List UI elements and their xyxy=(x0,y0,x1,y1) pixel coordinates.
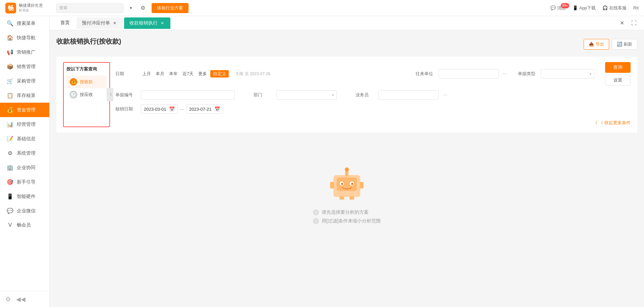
filter-panel: 按以下方案查询 💰 按收款 🕐 按应收 《 日期 xyxy=(56,57,637,133)
sidebar-item-inventory[interactable]: 📋 库存核算 xyxy=(0,88,49,103)
sidebar-item-label: 基础信息 xyxy=(17,136,36,142)
export-button[interactable]: 📤 导出 xyxy=(584,39,609,50)
date-shortcut-this-year[interactable]: 本年 xyxy=(168,70,179,78)
tab-collection-close-icon[interactable]: ✕ xyxy=(160,20,165,26)
dept-field: 部门 ▾ xyxy=(254,90,337,100)
date-range-separator: — xyxy=(180,107,184,112)
tab-home[interactable]: 首页 xyxy=(55,17,75,29)
sidebar-item-sales[interactable]: 📦 销售管理 xyxy=(0,59,49,74)
sidebar-item-system[interactable]: ⚙ 系统管理 xyxy=(0,146,49,160)
sidebar-item-search-menu[interactable]: 🔍 搜索菜单 xyxy=(0,16,49,31)
doc-type-field: 单据类型 ▾ xyxy=(518,69,594,79)
query-by-receipt-label: 按收款 xyxy=(80,79,93,85)
query-by-receivable[interactable]: 🕐 按应收 xyxy=(66,88,107,101)
verify-date-start-cal-icon[interactable]: 📅 xyxy=(169,106,175,112)
date-shortcut-more[interactable]: 更多 xyxy=(197,70,208,78)
settings-gear-icon[interactable]: ⚙ xyxy=(138,3,148,13)
app-download-icon: 📱 xyxy=(573,5,578,10)
empty-state: 1 请先选择要分析的方案 2 用[过滤]条件来缩小分析范围 xyxy=(56,137,637,251)
date-label: 日期 xyxy=(115,71,136,77)
sidebar-item-quick-nav[interactable]: 🏠 快捷导航 xyxy=(0,31,49,45)
sidebar-item-hardware[interactable]: 📱 智能硬件 xyxy=(0,189,49,204)
verify-date-end-cal-icon[interactable]: 📅 xyxy=(214,106,220,112)
dept-select[interactable]: ▾ xyxy=(276,90,337,100)
date-shortcut-last-month[interactable]: 上月 xyxy=(141,70,152,78)
query-action-buttons: 查询 设置 xyxy=(605,62,631,86)
main-content: 首页 预付冲应付单 ✕ 收款核销执行 ✕ ✕ ⛶ 收款核销执行(按收款) 📤 导… xyxy=(50,16,644,307)
verify-date-end-input[interactable]: 2023-07-21 📅 xyxy=(186,104,223,114)
sidebar-item-marketing[interactable]: 📢 营销推广 xyxy=(0,45,49,59)
date-shortcut-this-month[interactable]: 本月 xyxy=(154,70,166,78)
tab-close-all-icon[interactable]: ✕ xyxy=(617,18,627,28)
logo-text: 畅捷通好生意 xyxy=(19,3,43,8)
sidebar-item-label: 销售管理 xyxy=(17,64,36,70)
sidebar-item-label: 营销推广 xyxy=(17,49,36,55)
sidebar-item-basic-info[interactable]: 📝 基础信息 xyxy=(0,132,49,146)
refresh-button[interactable]: 🔄 刷新 xyxy=(612,39,637,50)
dept-label: 部门 xyxy=(254,92,274,98)
date-shortcut-7days[interactable]: 近7天 xyxy=(181,70,195,78)
receivable-icon: 🕐 xyxy=(70,91,77,98)
query-button[interactable]: 查询 xyxy=(605,62,631,73)
page-title: 收款核销执行(按收款) xyxy=(56,37,121,46)
sidebar-item-operations[interactable]: 📊 经营管理 xyxy=(0,117,49,132)
date-shortcut-custom[interactable]: 自定义 xyxy=(210,70,229,78)
sidebar-item-member[interactable]: V 畅会员 xyxy=(0,218,49,232)
tab-prepay-close-icon[interactable]: ✕ xyxy=(112,20,117,26)
sidebar-item-finance[interactable]: 💰 资金管理 xyxy=(0,103,49,117)
sidebar-item-purchase[interactable]: 🛒 采购管理 xyxy=(0,74,49,88)
dept-chevron-icon: ▾ xyxy=(332,93,334,97)
message-icon: 💬 xyxy=(550,5,556,10)
staff-dots-icon[interactable]: ··· xyxy=(443,92,447,98)
empty-texts: 1 请先选择要分析的方案 2 用[过滤]条件来缩小分析范围 xyxy=(313,209,381,224)
verify-date-start-input[interactable]: 2023-03-01 📅 xyxy=(141,104,178,114)
receipt-icon: 💰 xyxy=(70,78,77,86)
service-icon: 🎧 xyxy=(602,5,608,10)
tab-collection[interactable]: 收款核销执行 ✕ xyxy=(124,17,170,29)
counterparty-input[interactable] xyxy=(438,69,499,79)
sidebar-item-label: 企业微信 xyxy=(17,208,36,214)
collapse-conditions-button[interactable]: 《 《 收起更多条件 xyxy=(593,118,631,127)
doc-number-input[interactable] xyxy=(141,90,235,100)
empty-hint-1: 1 请先选择要分析的方案 xyxy=(313,209,381,215)
svg-point-9 xyxy=(345,167,349,171)
query-by-receipt[interactable]: 💰 按收款 xyxy=(66,75,107,88)
date-unlimited-text: 不限 至 2023-07-26 xyxy=(235,71,270,77)
sidebar-item-label: 企业协同 xyxy=(17,165,36,171)
tab-prepay[interactable]: 预付冲应付单 ✕ xyxy=(76,17,123,29)
logo-icon: 畅 xyxy=(5,3,16,13)
hint-num-1: 1 xyxy=(313,209,319,215)
industry-solution-button[interactable]: 体验行业方案 xyxy=(152,3,189,13)
sidebar-settings-icon[interactable]: ⚙ xyxy=(5,296,11,303)
verify-date-end-value: 2023-07-21 xyxy=(189,107,212,112)
staff-input[interactable] xyxy=(378,90,439,100)
staff-label: 业务员 xyxy=(356,92,376,98)
tab-expand-icon[interactable]: ⛶ xyxy=(629,18,639,28)
inventory-icon: 📋 xyxy=(7,92,13,99)
doc-type-select[interactable]: ▾ xyxy=(541,69,594,79)
search-dropdown-icon[interactable]: ▾ xyxy=(127,5,134,11)
setting-button[interactable]: 设置 xyxy=(605,75,631,86)
sidebar-collapse-icon[interactable]: ◀◀ xyxy=(16,296,25,303)
hint-num-2: 2 xyxy=(313,218,319,224)
panel-collapse-button[interactable]: 《 xyxy=(107,88,113,101)
app-download-button[interactable]: 📱 App下载 xyxy=(573,5,596,11)
sidebar-item-label: 系统管理 xyxy=(17,150,36,156)
filter-right: 日期 上月 本月 本年 近7天 更多 自定义 不限 至 2023-07-26 往… xyxy=(115,62,631,127)
message-button[interactable]: 💬 消息 99+ xyxy=(550,5,566,11)
hardware-icon: 📱 xyxy=(7,193,13,200)
sidebar-item-corp[interactable]: 🏢 企业协同 xyxy=(0,160,49,175)
sidebar-item-label: 经营管理 xyxy=(17,121,36,127)
top-bar-right: 💬 消息 99+ 📱 App下载 🎧 在线客服 Rit xyxy=(550,5,639,11)
counterparty-dots-icon[interactable]: ··· xyxy=(503,71,507,77)
collapse-icon: 《 xyxy=(593,120,597,126)
sidebar-item-label: 搜索菜单 xyxy=(17,20,36,27)
page-actions: 📤 导出 🔄 刷新 xyxy=(584,39,637,50)
sidebar-item-wechat[interactable]: 💬 企业微信 xyxy=(0,204,49,218)
sidebar-item-guide[interactable]: 🎯 新手引导 xyxy=(0,175,49,189)
user-menu[interactable]: Rit xyxy=(633,5,639,10)
global-search[interactable]: 搜索 xyxy=(56,3,123,13)
svg-rect-11 xyxy=(350,196,354,200)
online-service-button[interactable]: 🎧 在线客服 xyxy=(602,5,627,11)
basic-info-icon: 📝 xyxy=(7,136,13,142)
